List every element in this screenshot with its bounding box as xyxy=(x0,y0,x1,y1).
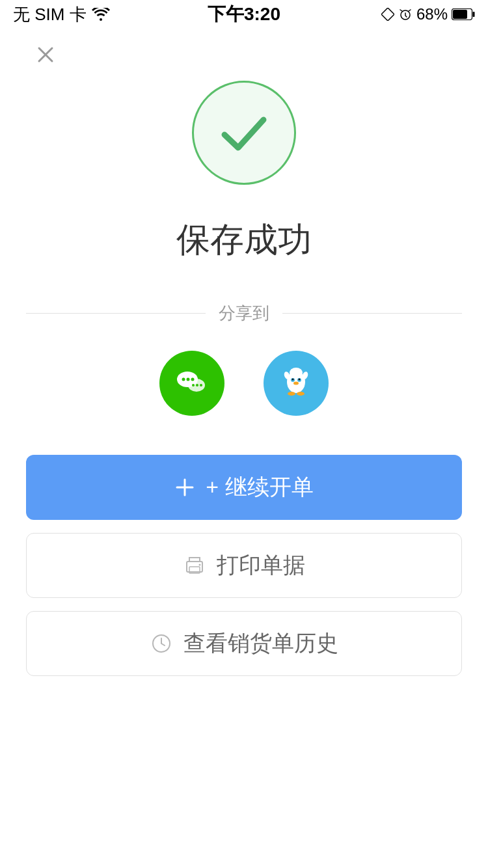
continue-order-button[interactable]: + 继续开单 xyxy=(26,455,462,520)
location-icon xyxy=(381,8,394,21)
status-bar: 无 SIM 卡 下午3:20 68% xyxy=(0,0,488,29)
no-sim-text: 无 SIM 卡 xyxy=(13,3,87,26)
svg-point-11 xyxy=(192,384,195,387)
alarm-icon xyxy=(398,7,413,21)
status-left: 无 SIM 卡 xyxy=(13,3,110,26)
close-button[interactable] xyxy=(26,35,65,74)
svg-point-15 xyxy=(290,368,303,378)
share-label: 分享到 xyxy=(206,302,282,325)
success-icon-circle xyxy=(192,81,296,185)
svg-point-13 xyxy=(200,384,202,387)
share-divider: 分享到 xyxy=(0,302,488,325)
plus-icon xyxy=(174,477,195,498)
wechat-icon xyxy=(172,364,211,403)
svg-point-12 xyxy=(196,384,198,387)
svg-rect-3 xyxy=(453,10,467,19)
checkmark-icon xyxy=(215,103,273,162)
divider-right xyxy=(282,313,462,314)
print-button[interactable]: 打印单据 xyxy=(26,533,462,598)
main-content: 保存成功 分享到 xyxy=(0,29,488,868)
svg-point-29 xyxy=(199,564,201,566)
svg-point-18 xyxy=(292,379,294,381)
svg-point-24 xyxy=(297,392,305,396)
share-icons-row xyxy=(159,351,329,416)
print-icon xyxy=(183,554,206,577)
history-label: 查看销货单历史 xyxy=(183,629,338,658)
status-right: 68% xyxy=(381,5,475,23)
svg-point-23 xyxy=(288,392,295,396)
svg-rect-2 xyxy=(473,12,475,17)
success-title: 保存成功 xyxy=(176,217,312,263)
continue-order-label: + 继续开单 xyxy=(206,472,313,502)
battery-icon xyxy=(452,8,475,20)
svg-point-9 xyxy=(187,378,190,381)
history-button[interactable]: 查看销货单历史 xyxy=(26,611,462,676)
qq-share-button[interactable] xyxy=(264,351,329,416)
wifi-icon xyxy=(92,8,110,21)
svg-point-19 xyxy=(299,379,301,381)
status-time: 下午3:20 xyxy=(208,2,280,27)
svg-point-10 xyxy=(191,378,195,381)
battery-text: 68% xyxy=(416,5,448,23)
clock-icon xyxy=(150,632,173,655)
svg-point-8 xyxy=(182,378,185,381)
actions-section: + 继续开单 打印单据 查看销货单历史 xyxy=(0,455,488,676)
wechat-share-button[interactable] xyxy=(159,351,224,416)
divider-left xyxy=(26,313,206,314)
print-label: 打印单据 xyxy=(217,550,305,580)
svg-point-20 xyxy=(293,382,299,385)
qq-icon xyxy=(277,364,316,403)
share-section: 分享到 xyxy=(0,302,488,416)
